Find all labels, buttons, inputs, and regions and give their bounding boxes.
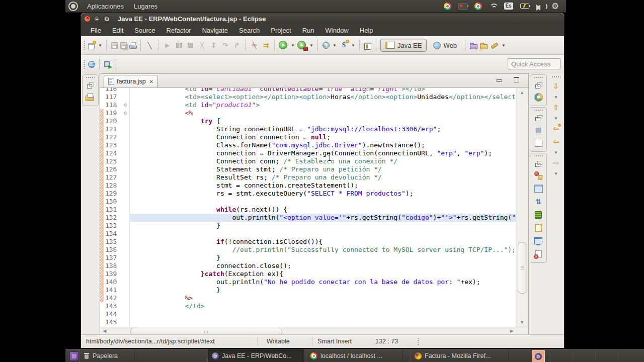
menu-aplicaciones[interactable]: Aplicaciones [82, 0, 129, 12]
outline-icon[interactable]: ▦ [533, 124, 544, 135]
menu-file[interactable]: File [85, 24, 107, 36]
camera-icon[interactable] [458, 3, 467, 10]
code-line-123[interactable]: 123 Class.forName("com.mysql.jdbc.Driver… [100, 141, 517, 149]
code-line-125[interactable]: 125 Connection conn; /* Establezco una c… [100, 157, 517, 165]
tab-factura-jsp[interactable]: factura.jsp ✕ [104, 75, 158, 87]
code-line-116[interactable]: 116 <td id="cantidad1" contenteditable="… [100, 88, 517, 93]
code-line-118[interactable]: 118⊖ <td id="producto1"> [100, 101, 517, 109]
distributor-logo-icon[interactable] [68, 2, 78, 11]
open-perspective-button[interactable] [364, 42, 372, 49]
vertical-scroll-thumb[interactable] [518, 242, 527, 294]
menu-project[interactable]: Project [265, 24, 296, 36]
snippets-icon[interactable] [533, 222, 544, 233]
notification-launcher[interactable]: ⚙ [532, 350, 545, 362]
code-line-134[interactable]: 134 [100, 230, 517, 238]
run-button[interactable] [279, 41, 288, 50]
fold-marker[interactable]: ⊖ [122, 109, 130, 117]
menu-navigate[interactable]: Navigate [197, 24, 233, 36]
code-line-129[interactable]: 129 rs = stmt.executeQuery("SELECT * FRO… [100, 190, 517, 198]
import-folder-button[interactable] [469, 42, 477, 49]
perspective-java-ee-button[interactable]: Java EE [380, 39, 427, 52]
code-editor[interactable]: 116 <td id="cantidad1" contenteditable="… [100, 88, 528, 327]
new-web-dropdown-icon[interactable]: ▾ [332, 41, 337, 50]
caret-icon[interactable]: ▾ [550, 170, 561, 176]
terminate-button[interactable] [186, 41, 195, 50]
code-line-128[interactable]: 128 stmt = connection.createStatement(); [100, 182, 517, 190]
workspace-switcher-icon[interactable] [69, 351, 79, 361]
disconnect-button[interactable]: ╳ [197, 41, 207, 50]
last-edit-location-icon[interactable]: ⇦ [550, 123, 561, 134]
back-icon[interactable]: ⇦ [550, 136, 561, 147]
code-line-120[interactable]: 120 try { [100, 117, 517, 125]
menu-search[interactable]: Search [233, 24, 265, 36]
taskbar-item-factura-mozilla-firef[interactable]: Factura - Mozilla Firef... [410, 349, 509, 362]
chrome-icon[interactable] [444, 3, 451, 10]
maximize-editor-icon[interactable] [513, 77, 519, 82]
caret-icon[interactable]: ▾ [550, 149, 561, 155]
use-step-filters-button[interactable]: ⇉ [261, 41, 271, 50]
code-line-122[interactable]: 122 Connection connection = null; [100, 133, 517, 141]
annotate-button[interactable] [490, 41, 499, 50]
caret-icon[interactable]: ▾ [550, 115, 561, 121]
code-line-126[interactable]: 126 Statement stmt; /* Preparo una petic… [100, 165, 517, 173]
profile-dropdown-icon[interactable]: ▾ [309, 41, 314, 50]
tab-close-icon[interactable]: ✕ [149, 79, 153, 84]
code-line-140[interactable]: 140 out.println("No he podido conectar c… [100, 278, 517, 286]
previous-annotation-icon[interactable]: ⇧ [550, 102, 561, 113]
code-line-138[interactable]: 138 connection.close(); [100, 262, 517, 270]
code-line-139[interactable]: 139 }catch(Exception ex){ [100, 270, 517, 278]
minimize-icon[interactable] [94, 16, 100, 22]
save-button[interactable] [111, 42, 118, 49]
code-line-131[interactable]: 131 while(rs.next()) { [100, 206, 517, 214]
vertical-scrollbar[interactable]: ▲ ▼ [516, 88, 528, 327]
filters-icon[interactable]: ⇅ [533, 196, 544, 207]
menu-window[interactable]: Window [320, 24, 354, 36]
more-dropdown-icon[interactable]: ▾ [501, 41, 506, 50]
suspend-button[interactable] [174, 41, 184, 50]
servers-icon[interactable] [533, 209, 544, 220]
new-dropdown-icon[interactable]: ▾ [98, 41, 103, 50]
code-line-121[interactable]: 121 String connectionURL = "jdbc:mysql:/… [100, 125, 517, 133]
show-skipped-stack-frames-button[interactable]: ≡ [250, 41, 259, 50]
code-line-136[interactable]: 136 //out.println("Successfully connecte… [100, 246, 517, 254]
palette-icon[interactable] [533, 92, 544, 103]
menu-help[interactable]: Help [354, 24, 379, 36]
console-icon[interactable] [533, 235, 544, 246]
print-button[interactable] [129, 42, 137, 49]
open-folder-button[interactable] [479, 42, 488, 49]
markers-icon[interactable] [533, 170, 544, 181]
scroll-up-icon[interactable]: ▲ [518, 88, 526, 97]
chrome-icon[interactable] [474, 3, 482, 10]
profile-button[interactable] [297, 41, 307, 50]
new-web-wizard-button[interactable] [322, 41, 330, 49]
new-wizard-button[interactable] [88, 42, 96, 49]
forward-icon[interactable]: ⇨ [550, 157, 561, 168]
code-line-124[interactable]: 124 connection = DriverManager.getConnec… [100, 149, 517, 157]
taskbar-item-java-ee-erp-webco[interactable]: ⚙Java EE - ERP/WebCo... [207, 349, 304, 362]
taskbar-item-papelera[interactable]: Papelera [79, 349, 135, 362]
resume-button[interactable]: ▶ [163, 41, 172, 50]
code-line-119[interactable]: 119⊖ <% [100, 109, 517, 117]
run-on-server-button[interactable] [104, 61, 112, 68]
fold-marker[interactable]: ⊖ [122, 101, 130, 109]
menu-refactor[interactable]: Refactor [161, 24, 197, 36]
caret-icon[interactable]: ▾ [550, 94, 561, 100]
restore-icon[interactable] [534, 81, 543, 89]
new-service-dropdown-icon[interactable]: ▾ [351, 41, 356, 50]
new-service-wizard-button[interactable]: S [339, 41, 349, 50]
quick-access-input[interactable] [508, 58, 560, 69]
scroll-left-icon[interactable]: ◀ [101, 327, 108, 335]
gear-icon[interactable]: ⚙ [551, 2, 559, 11]
taskbar-item-localhost-localhost[interactable]: localhost / localhost ... [306, 349, 403, 362]
keyboard-layout-icon[interactable]: Es [504, 3, 513, 10]
code-line-130[interactable]: 130 [100, 198, 517, 206]
code-line-144[interactable]: 144 [100, 310, 517, 318]
code-line-145[interactable]: 145 [100, 318, 517, 326]
run-dropdown-icon[interactable]: ▾ [290, 41, 295, 50]
close-icon[interactable] [84, 16, 91, 22]
code-line-141[interactable]: 141 } [100, 286, 517, 294]
skip-all-breakpoints-button[interactable]: ╲ [145, 41, 154, 50]
restore-icon[interactable] [534, 114, 543, 122]
next-annotation-icon[interactable]: ⇩ [550, 81, 561, 92]
code-line-142[interactable]: 142 %> [100, 294, 517, 302]
